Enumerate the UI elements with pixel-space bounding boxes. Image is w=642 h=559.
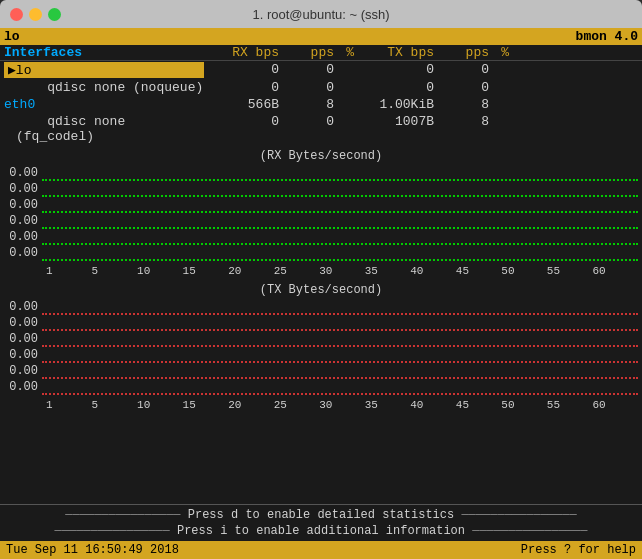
rx-chart-line [42,237,638,238]
status-line-2: ———————————————— Press i to enable addit… [0,523,642,539]
table-row[interactable]: qdisc none (fq_codel) 0 0 1007B 8 [0,113,642,145]
tx-chart-row: 0.00 [4,379,638,395]
rx-x-tick: 10 [137,265,183,277]
rx-chart-title: (RX Bytes/second) [4,149,638,163]
tx-chart-line [42,355,638,356]
tx-pct-val [489,114,509,144]
table-row[interactable]: eth0 566B 8 1.00KiB 8 [0,96,642,113]
pct-val [334,114,354,144]
tx-chart-row: 0.00 [4,331,638,347]
rx-chart-line [42,173,638,174]
rx-chart-row: 0.00 [4,197,638,213]
tx-x-tick: 40 [410,399,456,411]
minimize-button[interactable] [29,8,42,21]
bottom-bar: Tue Sep 11 16:50:49 2018 Press ? for hel… [0,541,642,559]
timestamp: Tue Sep 11 16:50:49 2018 [6,543,179,557]
tx-chart-line [42,339,638,340]
tx-x-tick: 20 [228,399,274,411]
table-row[interactable]: qdisc none (noqueue) 0 0 0 0 [0,79,642,96]
rx-y-label: 0.00 [4,166,42,180]
rx-x-tick: 50 [501,265,547,277]
col-iface-header: Interfaces [4,45,204,60]
tx-pct-val [489,97,509,112]
tx-bps-val: 0 [354,62,434,78]
tx-chart-row: 0.00 [4,299,638,315]
statusbar: ———————————————— Press d to enable detai… [0,504,642,541]
col-pps-header: pps [279,45,334,60]
tx-chart-line [42,323,638,324]
interface-list: ▶lo 0 0 0 0 qdisc none (noqueue) 0 0 0 0… [0,61,642,145]
rx-y-label: 0.00 [4,198,42,212]
tx-pps-val: 8 [434,114,489,144]
tx-y-label: 0.00 [4,364,42,378]
tx-x-tick: 1 [46,399,92,411]
tx-pct-val [489,80,509,95]
tx-x-tick: 50 [501,399,547,411]
rx-chart: 0.00 0.00 0.00 0.00 0.00 0.00 [4,165,638,261]
tx-x-tick: 55 [547,399,593,411]
charts-area: (RX Bytes/second) 0.00 0.00 0.00 0.00 0.… [0,145,642,504]
tx-x-tick: 35 [365,399,411,411]
help-hint: Press ? for help [521,543,636,557]
rx-x-axis: 151015202530354045505560 [4,265,638,277]
rx-chart-row: 0.00 [4,165,638,181]
tx-pps-val: 8 [434,97,489,112]
tx-chart-row: 0.00 [4,315,638,331]
rx-bps-val: 0 [204,114,279,144]
col-pct-header: % [334,45,354,60]
header-interface: lo [4,29,20,44]
traffic-lights [10,8,61,21]
rx-chart-row: 0.00 [4,229,638,245]
table-row[interactable]: ▶lo 0 0 0 0 [0,61,642,79]
rx-bps-val: 0 [204,62,279,78]
titlebar: 1. root@ubuntu: ~ (ssh) [0,0,642,28]
rx-chart-line [42,205,638,206]
window-title: 1. root@ubuntu: ~ (ssh) [252,7,389,22]
rx-x-tick: 60 [592,265,638,277]
tx-chart-row: 0.00 [4,347,638,363]
rx-x-tick: 25 [274,265,320,277]
rx-chart-line [42,189,638,190]
rx-x-tick: 45 [456,265,502,277]
tx-x-axis: 151015202530354045505560 [4,399,638,411]
rx-chart-row: 0.00 [4,181,638,197]
tx-chart-line [42,371,638,372]
tx-pps-val: 0 [434,62,489,78]
tx-chart-line [42,307,638,308]
pct-val [334,62,354,78]
rx-x-tick: 35 [365,265,411,277]
pps-val: 8 [279,97,334,112]
tx-x-tick: 5 [92,399,138,411]
rx-chart-line [42,221,638,222]
tx-x-tick: 10 [137,399,183,411]
rx-chart-line [42,253,638,254]
tx-chart-line [42,387,638,388]
rx-y-label: 0.00 [4,182,42,196]
pct-val [334,80,354,95]
iface-name: qdisc none (fq_codel) [4,114,204,144]
header-version: bmon 4.0 [576,29,638,44]
rx-x-tick: 1 [46,265,92,277]
column-headers: Interfaces RX bps pps % TX bps pps % [0,45,642,61]
col-tx-pct-header: % [489,45,509,60]
tx-y-label: 0.00 [4,316,42,330]
col-rx-bps-header: RX bps [204,45,279,60]
rx-x-tick: 40 [410,265,456,277]
col-tx-bps-header: TX bps [354,45,434,60]
tx-x-tick: 30 [319,399,365,411]
iface-name: eth0 [4,97,204,112]
iface-name: qdisc none (noqueue) [4,80,204,95]
rx-x-tick: 30 [319,265,365,277]
rx-y-label: 0.00 [4,214,42,228]
rx-x-tick: 15 [183,265,229,277]
tx-bps-val: 1.00KiB [354,97,434,112]
tx-y-label: 0.00 [4,300,42,314]
close-button[interactable] [10,8,23,21]
tx-pps-val: 0 [434,80,489,95]
pps-val: 0 [279,114,334,144]
tx-bps-val: 0 [354,80,434,95]
tx-pct-val [489,62,509,78]
maximize-button[interactable] [48,8,61,21]
tx-chart: 0.00 0.00 0.00 0.00 0.00 0.00 [4,299,638,395]
rx-bps-val: 566B [204,97,279,112]
